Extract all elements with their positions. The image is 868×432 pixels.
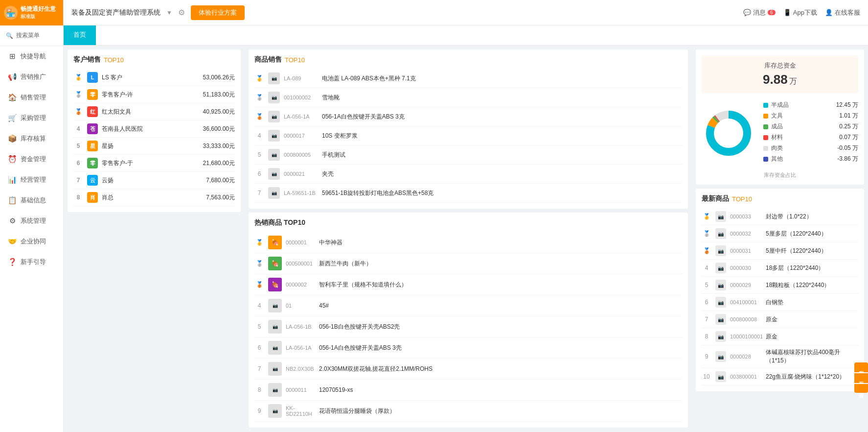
nav-label-purchase: 采购管理 [21,114,46,122]
latest-product-row: 🥉 📷 0000031 5厘中纤（1220*2440） [702,242,858,260]
content: 客户销售 TOP10 🥇 L LS 客户 53,006.26元 🥈 零 零售客户… [64,46,868,432]
dropdown-arrow-icon[interactable]: ▼ [166,9,172,16]
latest-product-icon: 📷 [715,331,726,342]
latest-product-row: 7 📷 000800008 原金 [702,311,858,328]
latest-code: 0000028 [730,354,762,360]
sidebar-item-quicknav[interactable]: ⊞快捷导航 [0,46,63,67]
legend-label: 其他 [771,155,834,163]
hot-code: 0000001 [286,240,315,245]
latest-product-icon: 📷 [715,228,726,239]
product-rank-num: 4 [254,132,264,139]
sidebar-item-marketing[interactable]: 📢营销推广 [0,67,63,87]
service-btn-服务社区[interactable]: 服务社区 [854,373,868,383]
hot-rank-num: 6 [254,344,264,351]
customer-avatar: 零 [87,89,98,100]
product-thumbnail: 📷 [268,92,280,103]
legend-dot [763,157,768,162]
hot-rank-num: 🥇 [254,239,264,246]
online-service-item[interactable]: 👤 在线客服 [825,8,860,17]
sidebar-item-system[interactable]: ⚙系统管理 [0,211,63,231]
customer-avatar: 零 [87,158,98,168]
legend-item: 半成品 12.45 万 [763,101,858,109]
product-name: 夹壳 [322,170,682,178]
hot-name: 中华神器 [319,239,682,247]
settings-icon[interactable]: ⚙ [178,8,185,17]
service-btn-客服热线[interactable]: 客服热线 [854,362,868,372]
customer-name: 零售客户-许 [102,91,199,99]
sidebar-item-enterprise[interactable]: 🤝企业协同 [0,231,63,252]
legend-item: 肉类 -0.05 万 [763,144,858,152]
sidebar-item-operation[interactable]: 📊经营管理 [0,169,63,190]
ranking-num: 🥇 [73,74,83,81]
message-item[interactable]: 💬 消息 6 [743,8,776,17]
donut-section: 半成品 12.45 万 文具 1.01 万 成品 0.25 万 材料 0.07 … [702,97,858,169]
tab-home[interactable]: 首页 [64,25,96,45]
hot-name: 花语萌恒温分腿睡袋（厚款） [319,407,682,415]
product-rank-num: 5 [254,151,264,158]
service-btn-直播[interactable]: 直播 [854,384,868,393]
product-ranking-row: 6 📷 0000021 夹壳 [254,165,682,184]
product-ranking-label: 商品销售 [254,55,282,64]
product-code: LA-056-1A [284,114,318,120]
customer-ranking-row: 🥈 零 零售客户-许 51,183.00元 [73,86,235,103]
latest-rank-num: 7 [702,316,711,323]
latest-product-icon: 📷 [715,211,726,222]
hot-rank-num: 🥉 [254,281,264,288]
sidebar-item-finance[interactable]: ⏰资金管理 [0,149,63,169]
sidebar-item-basic[interactable]: 📋基础信息 [0,190,63,211]
latest-name: 5厘多层（1220*2440） [766,230,858,238]
hot-product-img: 📷 [268,383,282,397]
customer-amount: 21,680.00元 [203,159,235,168]
customer-amount: 33,333.00元 [203,142,235,150]
customer-avatar: 肖 [87,192,98,203]
search-menu-button[interactable]: 🔍 搜索菜单 [4,29,59,42]
customer-ranking-card: 客户销售 TOP10 🥇 L LS 客户 53,006.26元 🥈 零 零售客户… [68,49,241,212]
sidebar-item-sales[interactable]: 🏠销售管理 [0,87,63,108]
header-title: 装备及固定资产辅助管理系统 [71,8,160,17]
nav-icon-marketing: 📢 [8,72,17,81]
hot-products-list: 🥇 🍖 0000001 中华神器 🥈 🍖 000500001 新西兰牛肉（新牛）… [254,232,682,422]
hot-code: NB2.0X30B [286,366,315,372]
customer-avatar: 红 [87,106,98,117]
product-ranking-card: 商品销售 TOP10 🥇 📷 LA-089 电池盖 LA-089 ABS本色+黑… [249,49,688,209]
latest-name: 原金 [766,315,858,324]
ranking-num: 7 [73,177,83,184]
sidebar-item-purchase[interactable]: 🛒采购管理 [0,108,63,128]
sidebar-item-guide[interactable]: ❓新手引导 [0,252,63,272]
latest-product-row: 6 📷 004100001 白钢垫 [702,294,858,311]
customer-ranking-row: 🥉 红 红太阳文具 40,925.00元 [73,103,235,120]
customer-ranking-title: 客户销售 TOP10 [73,55,235,64]
product-ranking-row: 4 📷 0000017 10S 变柜罗浆 [254,126,682,145]
donut-legend: 半成品 12.45 万 文具 1.01 万 成品 0.25 万 材料 0.07 … [763,101,858,166]
hot-products-title: 热销商品 TOP10 [254,218,682,227]
trial-button[interactable]: 体验行业方案 [191,5,245,20]
search-icon: 🔍 [6,32,13,39]
hot-product-row: 🥈 🍖 000500001 新西兰牛肉（新牛） [254,253,682,274]
legend-value: 1.01 万 [839,112,858,120]
donut-chart [702,106,755,160]
latest-rank-num: 🥇 [702,213,711,220]
hot-products-card: 热销商品 TOP10 🥇 🍖 0000001 中华神器 🥈 🍖 00050000… [249,213,688,428]
sidebar-item-inventory[interactable]: 📦库存核算 [0,128,63,149]
latest-code: 0000033 [730,214,762,219]
search-section[interactable]: 🔍 搜索菜单 [0,25,63,46]
nav-icon-finance: ⏰ [8,155,17,164]
legend-item: 其他 -3.86 万 [763,155,858,163]
product-code: 000800005 [284,152,318,158]
nav-label-guide: 新手引导 [21,258,46,266]
latest-products-list: 🥇 📷 0000033 封边带（1.0*22） 🥈 📷 0000032 5厘多层… [702,208,858,385]
hot-name: 智利车子里（规格不知道填什么） [319,281,682,289]
legend-label: 肉类 [771,144,834,152]
customer-avatar: 苍 [87,123,98,134]
latest-code: 0000030 [730,265,762,271]
latest-product-icon: 📷 [715,263,726,273]
product-thumbnail: 📷 [268,72,280,84]
hot-code: KK-SD22110H [286,405,315,417]
hot-product-row: 4 📷 01 45# [254,295,682,316]
ranking-num: 5 [73,143,83,149]
product-ranking-title: 商品销售 TOP10 [254,55,682,64]
customer-name: 苍南县人民医院 [102,125,199,133]
latest-code: 0000029 [730,282,762,288]
app-download-item[interactable]: 📱 App下载 [783,8,817,17]
ranking-num: 🥉 [73,108,83,115]
